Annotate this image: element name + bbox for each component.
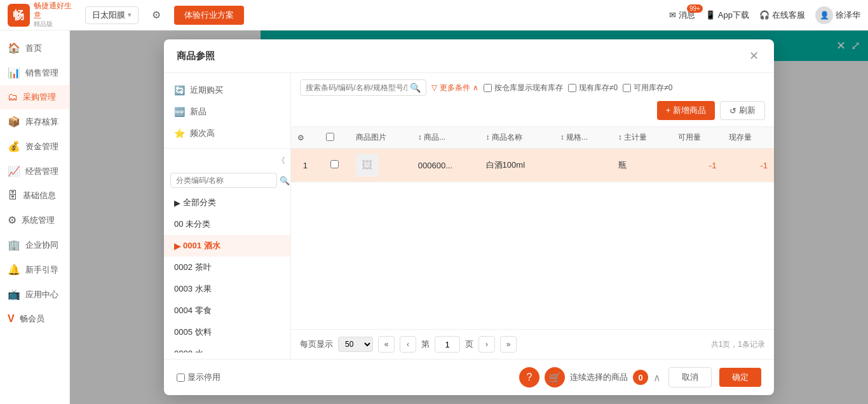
question-icon: ? bbox=[527, 372, 532, 383]
gear-icon[interactable]: ⚙ bbox=[146, 5, 166, 25]
col-name[interactable]: ↕ 商品名称 bbox=[480, 127, 554, 149]
sidebar-item-finance[interactable]: 💰 资金管理 bbox=[0, 134, 69, 159]
col-stock: 现存量 bbox=[722, 127, 774, 149]
help-icon-btn[interactable]: ? bbox=[519, 367, 539, 387]
last-page-btn[interactable]: » bbox=[500, 336, 517, 353]
sidebar: 🏠 首页 📊 销售管理 🗂 采购管理 📦 库存核算 💰 资金管理 📈 经营管理 … bbox=[0, 30, 70, 404]
page-number-input[interactable] bbox=[435, 336, 460, 353]
product-reference-modal: 商品参照 ✕ 🔄 近期购买 🆕 新品 bbox=[164, 39, 774, 395]
show-disabled-checkbox-label[interactable]: 显示停用 bbox=[177, 372, 220, 383]
row-available: -1 bbox=[672, 149, 723, 182]
sidebar-item-purchase[interactable]: 🗂 采购管理 bbox=[0, 85, 69, 109]
system-icon: ⚙ bbox=[8, 214, 17, 226]
collapse-icon[interactable]: ∧ bbox=[653, 372, 661, 384]
sidebar-item-inventory[interactable]: 📦 库存核算 bbox=[0, 109, 69, 134]
refresh-btn[interactable]: ↺ 刷新 bbox=[720, 101, 765, 120]
prev-page-btn[interactable]: ‹ bbox=[400, 336, 416, 353]
modal-title: 商品参照 bbox=[177, 50, 215, 62]
sidebar-item-label: 经营管理 bbox=[25, 166, 58, 177]
row-image-cell: 🖼 bbox=[349, 149, 412, 182]
page-unit-label: 页 bbox=[465, 339, 473, 350]
sidebar-item-vip[interactable]: V 畅会员 bbox=[0, 307, 69, 331]
cart-btn[interactable]: 🛒 bbox=[545, 367, 565, 387]
online-service-btn[interactable]: 🎧 在线客服 bbox=[759, 10, 805, 21]
recent-icon: 🔄 bbox=[174, 85, 185, 95]
logo-icon: 畅 bbox=[8, 4, 30, 27]
select-all-checkbox[interactable] bbox=[326, 133, 334, 141]
page-size-select[interactable]: 50 100 200 bbox=[338, 337, 373, 352]
star-icon: ⭐ bbox=[174, 128, 185, 138]
col-spec[interactable]: ↕ 规格... bbox=[554, 127, 612, 149]
sidebar-item-business[interactable]: 📈 经营管理 bbox=[0, 159, 69, 184]
page-size-label: 每页显示 bbox=[300, 339, 333, 350]
sales-icon: 📊 bbox=[8, 67, 20, 79]
modal-header: 商品参照 ✕ bbox=[164, 39, 774, 73]
col-checkbox bbox=[320, 127, 349, 149]
category-search-input[interactable] bbox=[170, 173, 277, 188]
product-search-box: 🔍 bbox=[300, 79, 426, 96]
user-profile[interactable]: 👤 徐泽华 bbox=[815, 6, 860, 24]
show-disabled-checkbox[interactable] bbox=[177, 374, 185, 382]
trial-btn[interactable]: 体验行业方案 bbox=[174, 6, 244, 25]
search-icon[interactable]: 🔍 bbox=[410, 83, 421, 93]
sidebar-item-label: 系统管理 bbox=[22, 215, 55, 226]
next-page-btn[interactable]: › bbox=[478, 336, 495, 353]
confirm-btn[interactable]: 确定 bbox=[719, 368, 761, 387]
chevron-down-icon: ▾ bbox=[128, 11, 132, 19]
col-unit[interactable]: ↕ 主计量 bbox=[612, 127, 672, 149]
avatar: 👤 bbox=[815, 6, 833, 24]
sidebar-item-guide[interactable]: 🔔 新手引导 bbox=[0, 257, 69, 282]
category-item-0001[interactable]: ▶ 0001 酒水 bbox=[164, 235, 290, 257]
recent-purchase-btn[interactable]: 🔄 近期购买 bbox=[164, 79, 290, 101]
cancel-btn[interactable]: 取消 bbox=[668, 367, 712, 387]
sidebar-item-basics[interactable]: 🗄 基础信息 bbox=[0, 184, 69, 208]
message-icon: ✉ bbox=[669, 10, 676, 20]
col-available: 可用量 bbox=[672, 127, 723, 149]
footer-cart-area: ? 🛒 连续选择的商品 0 ∧ bbox=[519, 367, 661, 387]
modal-left-panel: 🔄 近期购买 🆕 新品 ⭐ 频次高 《 bbox=[164, 73, 291, 359]
sidebar-item-home[interactable]: 🏠 首页 bbox=[0, 36, 69, 60]
checkbox-stock-nonzero[interactable]: 现有库存≠0 bbox=[568, 83, 618, 93]
messages-btn[interactable]: ✉ 消息 99+ bbox=[669, 10, 695, 21]
business-icon: 📈 bbox=[8, 165, 20, 177]
category-item-0004[interactable]: 0004 零食 bbox=[164, 300, 290, 321]
cart-icon: 🛒 bbox=[548, 372, 561, 384]
category-item-0002[interactable]: 0002 茶叶 bbox=[164, 257, 290, 278]
available-checkbox[interactable] bbox=[623, 84, 631, 92]
stock-checkbox[interactable] bbox=[568, 84, 576, 92]
sidebar-item-collab[interactable]: 🏢 企业协同 bbox=[0, 232, 69, 257]
row-checkbox[interactable] bbox=[330, 160, 339, 168]
col-code[interactable]: ↕ 商品... bbox=[412, 127, 480, 149]
warehouse-checkbox[interactable] bbox=[484, 84, 492, 92]
filter-btn[interactable]: ▽ 更多条件 ∧ bbox=[431, 83, 478, 93]
app-download-btn[interactable]: 📱 App下载 bbox=[705, 10, 749, 21]
sidebar-item-system[interactable]: ⚙ 系统管理 bbox=[0, 208, 69, 232]
sidebar-item-apps[interactable]: 📺 应用中心 bbox=[0, 282, 69, 307]
first-page-btn[interactable]: « bbox=[378, 336, 395, 353]
logo-text: 畅捷通好生意 bbox=[34, 1, 78, 20]
top-nav: 畅 畅捷通好生意 精品版 日太阳膜 ▾ ⚙ 体验行业方案 ✉ 消息 99+ 📱 … bbox=[0, 0, 868, 30]
checkbox-available-nonzero[interactable]: 可用库存≠0 bbox=[623, 83, 672, 93]
category-search-icon[interactable]: 🔍 bbox=[280, 176, 290, 185]
company-selector[interactable]: 日太阳膜 ▾ bbox=[85, 6, 139, 24]
category-all[interactable]: ▶ 全部分类 bbox=[164, 192, 290, 213]
sidebar-item-label: 资金管理 bbox=[25, 141, 58, 152]
modal-close-btn[interactable]: ✕ bbox=[746, 48, 761, 64]
modal-footer: 显示停用 ? 🛒 连续选择的商品 0 ∧ 取消 确定 bbox=[164, 359, 774, 395]
table-row[interactable]: 1 🖼 000600... 白酒100ml bbox=[291, 149, 774, 182]
add-product-btn[interactable]: + 新增商品 bbox=[657, 101, 715, 120]
category-item-0008[interactable]: 0008 水 bbox=[164, 343, 290, 353]
product-search-input[interactable] bbox=[306, 83, 407, 92]
category-item-00[interactable]: 00 未分类 bbox=[164, 213, 290, 235]
new-products-btn[interactable]: 🆕 新品 bbox=[164, 101, 290, 123]
sidebar-item-label: 应用中心 bbox=[25, 289, 58, 300]
sidebar-item-sales[interactable]: 📊 销售管理 bbox=[0, 60, 69, 85]
category-item-0005[interactable]: 0005 饮料 bbox=[164, 321, 290, 343]
col-gear[interactable]: ⚙ bbox=[291, 127, 320, 149]
checkbox-warehouse[interactable]: 按仓库显示现有库存 bbox=[484, 83, 563, 93]
collapse-left-btn[interactable]: 《 bbox=[164, 152, 290, 169]
category-item-0003[interactable]: 0003 水果 bbox=[164, 278, 290, 300]
sidebar-item-label: 基础信息 bbox=[23, 190, 56, 201]
frequent-high-btn[interactable]: ⭐ 频次高 bbox=[164, 123, 290, 144]
category-search-area: 🔍 bbox=[164, 169, 290, 192]
